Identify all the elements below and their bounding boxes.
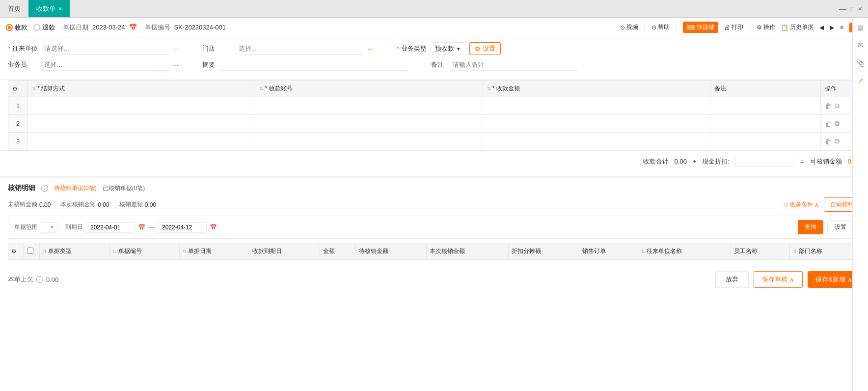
range-select[interactable] — [41, 222, 57, 233]
receipt-refund-toggle: 收款 退款 — [6, 23, 55, 32]
due-date-end-calendar-icon[interactable]: 📅 — [210, 224, 217, 231]
table-row: 3 🗑 ⧉ — [8, 133, 860, 150]
right-expand-icon[interactable]: ⤢ — [856, 75, 866, 86]
tab-close-icon[interactable]: × — [58, 5, 62, 12]
col-discount-th: 折扣分摊额 — [508, 243, 579, 260]
filter-row: 单据范围 ▼ 到期日 📅 — 📅 查询 设置 — [8, 216, 860, 239]
due-date-start-calendar-icon[interactable]: 📅 — [138, 224, 145, 231]
nav-next-button[interactable]: ▶ — [830, 24, 834, 31]
close-button[interactable]: × — [858, 5, 862, 13]
col-pending-th: 待核销金额 — [355, 243, 426, 260]
counterpart-input[interactable] — [42, 43, 169, 55]
row-3-copy-icon[interactable]: ⧉ — [835, 137, 840, 145]
save-draft-button[interactable]: 保存草稿 ∧ — [754, 271, 803, 288]
row-3-account[interactable] — [255, 133, 483, 150]
bottom-info-value: 0.00 — [46, 276, 58, 283]
col-staff-th: 员工名称 — [731, 243, 790, 260]
table-settings-header[interactable]: ⚙ — [8, 81, 28, 97]
row-1-delete-icon[interactable]: 🗑 — [825, 102, 832, 110]
row-2-delete-icon[interactable]: 🗑 — [825, 120, 832, 128]
row-2-copy-icon[interactable]: ⧉ — [835, 119, 840, 128]
tab-home[interactable]: 首页 — [0, 0, 28, 17]
col-note-header: 备注 — [710, 81, 820, 97]
nav-prev-button[interactable]: ◀ — [819, 24, 824, 31]
toolbar-right: ⊙ 视频 | ⊙ 帮助 | ⌨ 快捷键 🖨 打印 | ⚙ 操作 — [620, 22, 862, 33]
discard-button[interactable]: 放弃 — [715, 271, 749, 288]
row-2-amount[interactable] — [483, 115, 710, 133]
right-attach-icon[interactable]: 📎 — [854, 57, 867, 69]
video-button[interactable]: ⊙ 视频 — [620, 23, 638, 31]
unverified-stat: 未核销金额 0.00 — [8, 200, 51, 209]
current-stat: 本次核销金额 0.00 — [60, 200, 109, 209]
layout-icon[interactable]: ≡ — [840, 24, 843, 31]
store-more-icon[interactable]: ··· — [367, 45, 373, 53]
col-settings-th[interactable]: ⚙ — [8, 243, 24, 260]
more-conditions-button[interactable]: ▽ 更多条件 ∧ — [784, 200, 819, 209]
business-type-select[interactable]: 预收款 ▼ — [431, 42, 465, 55]
table-row: 1 🗑 ⧉ — [8, 97, 860, 115]
due-date-end-input[interactable] — [158, 222, 207, 233]
calendar-icon[interactable]: 📅 — [129, 24, 137, 31]
due-date-start-input[interactable] — [86, 222, 135, 233]
summary-row: 收款合计 0.00 + 现金折扣: = 可核销金额 0.00 — [0, 150, 868, 172]
receipt-radio[interactable]: 收款 — [6, 23, 27, 32]
ops-button[interactable]: ⚙ 操作 — [757, 23, 775, 31]
history-icon: 📋 — [781, 24, 788, 31]
counterpart-more-icon[interactable]: ··· — [173, 45, 179, 53]
discount-label: 现金折扣: — [702, 157, 730, 166]
verify-info-icon[interactable]: i — [41, 185, 48, 192]
staff-more-icon[interactable]: ··· — [173, 61, 179, 69]
right-table-icon[interactable]: ▦ — [855, 22, 866, 33]
row-2-settle[interactable] — [28, 115, 255, 133]
row-1-settle[interactable] — [28, 97, 255, 115]
range-filter: 单据范围 ▼ — [14, 222, 57, 233]
maximize-button[interactable]: □ — [850, 5, 854, 13]
row-3-amount[interactable] — [483, 133, 710, 150]
shortcut-button[interactable]: ⌨ 快捷键 — [683, 22, 718, 33]
save-new-chevron-icon: ∧ — [847, 276, 852, 283]
done-tab[interactable]: 已核销单据(0笔) — [103, 184, 145, 193]
bottom-info-icon[interactable]: i — [36, 276, 43, 283]
row-2-note[interactable] — [710, 115, 820, 133]
settings-button[interactable]: ⚙ 设置 — [469, 42, 501, 55]
row-1-note[interactable] — [710, 97, 820, 115]
equals-sign: = — [800, 158, 804, 165]
shortcut-icon: ⌨ — [687, 24, 695, 31]
row-1-copy-icon[interactable]: ⧉ — [835, 102, 840, 110]
row-1-amount[interactable] — [483, 97, 710, 115]
unverified-label: 未核销金额 — [8, 200, 37, 209]
print-button[interactable]: 🖨 打印 — [724, 23, 743, 31]
filter-settings-button[interactable]: 设置 — [827, 220, 854, 234]
query-button[interactable]: 查询 — [798, 220, 823, 234]
help-button[interactable]: ⊙ 帮助 — [651, 23, 670, 31]
summary-label: 摘要 — [202, 60, 217, 69]
right-mail-icon[interactable]: ✉ — [856, 39, 866, 51]
row-num-1: 1 — [8, 97, 28, 115]
row-2-account[interactable] — [255, 115, 483, 133]
row-3-delete-icon[interactable]: 🗑 — [825, 138, 832, 145]
filter-icon: ▽ — [784, 201, 788, 208]
minimize-button[interactable]: — — [839, 5, 846, 13]
col-account-header: ⇅ * 收款账号 — [255, 81, 483, 97]
receipt-radio-label: 收款 — [15, 23, 27, 32]
row-3-settle[interactable] — [28, 133, 255, 150]
pending-tab[interactable]: 待核销单据(0笔) — [54, 184, 97, 193]
cash-discount-input[interactable] — [735, 156, 794, 167]
store-input[interactable] — [236, 43, 363, 55]
refund-radio-label: 退款 — [42, 23, 55, 32]
row-3-note[interactable] — [710, 133, 820, 150]
current-verify-value: 0.00 — [98, 201, 109, 208]
counterpart-label: 往来单位 — [8, 44, 38, 53]
note-input[interactable] — [450, 59, 577, 71]
doc-date-value: 2023-03-24 — [92, 24, 125, 31]
tab-receipt[interactable]: 收款单 × — [28, 0, 70, 17]
col-checkbox-th — [24, 243, 40, 260]
summary-input[interactable] — [221, 59, 407, 71]
history-button[interactable]: 📋 历史单据 — [781, 23, 814, 31]
col-doc-no-th: ⇅ 单据编号 — [109, 243, 179, 260]
staff-input[interactable] — [41, 59, 169, 71]
select-all-checkbox[interactable] — [27, 248, 33, 254]
row-1-account[interactable] — [255, 97, 483, 115]
refund-radio[interactable]: 退款 — [33, 23, 55, 32]
footer-info: 本单上欠 i 0.00 — [8, 275, 58, 284]
